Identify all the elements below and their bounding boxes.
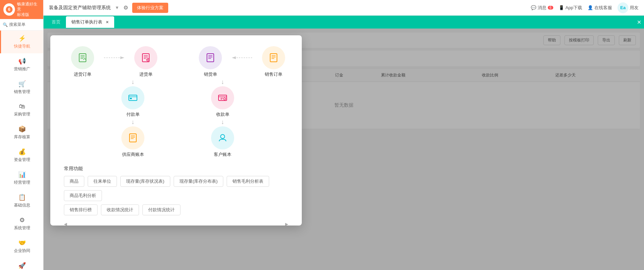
message-item[interactable]: 💬 消息 6 <box>531 5 553 11</box>
arrow-down-receipt: ↓ <box>221 119 224 125</box>
quick-nav-icon: ⚡ <box>18 35 26 42</box>
sale-bill-label: 销货单 <box>204 71 217 77</box>
experience-button[interactable]: 体验行业方案 <box>132 3 168 13</box>
flow-node-payment[interactable]: 付款单 <box>114 86 152 118</box>
sidebar-search[interactable]: 🔍 搜索菜单 <box>0 19 43 31</box>
purchase-icon: 🛍 <box>19 103 25 110</box>
main-content: 装备及固定资产辅助管理系统 ▼ ⚙ 体验行业方案 💬 消息 6 📱 App下载 … <box>43 0 644 270</box>
svg-marker-7 <box>120 56 124 59</box>
system-title: 装备及固定资产辅助管理系统 <box>49 5 111 11</box>
customer-ledger-icon <box>211 126 234 149</box>
modal-scrollbar-row: ◀ ▶ <box>64 219 288 226</box>
btn-counterpart[interactable]: 往来单位 <box>88 176 117 187</box>
svg-rect-2 <box>79 54 86 62</box>
supplier-ledger-label: 供应商账本 <box>122 151 144 158</box>
sidebar-item-purchase[interactable]: 🛍 采购管理 <box>0 99 43 121</box>
svg-rect-28 <box>129 134 136 142</box>
sidebar-item-basic-info[interactable]: 📋 基础信息 <box>0 190 43 212</box>
flow-diagram: 进货订单 <box>64 46 288 158</box>
common-functions-title: 常用功能 <box>64 166 288 172</box>
flow-node-sale-bill[interactable]: 销货单 <box>192 46 229 77</box>
flow-node-purchase-order[interactable]: 进货订单 <box>64 46 101 77</box>
btn-receipt-stats[interactable]: 收款情况统计 <box>101 204 139 215</box>
arrow-down-payment: ↓ <box>132 119 135 125</box>
tab-bar: 首页 销售订单执行表 ✕ ✕ <box>43 16 644 29</box>
tab-bar-close-icon[interactable]: ✕ <box>637 19 641 25</box>
svg-rect-8 <box>142 54 149 62</box>
sidebar-item-collab[interactable]: 🤝 企业协同 <box>0 235 43 258</box>
flow-node-sale-order[interactable]: 销售订单 <box>255 46 292 77</box>
arrow-down-sale: ↓ <box>221 79 224 85</box>
logo-area: 6 畅康通好生意 标准版 <box>0 0 43 19</box>
svg-rect-25 <box>129 95 137 101</box>
header-right: 💬 消息 6 📱 App下载 👤 在线客服 Ea 用友 <box>531 2 639 13</box>
flow-node-customer-ledger[interactable]: 客户账本 <box>204 126 241 158</box>
receipt-icon <box>211 86 234 109</box>
purchase-bill-label: 进货单 <box>139 71 153 77</box>
purchase-bill-icon <box>134 46 157 69</box>
btn-payment-stats[interactable]: 付款情况统计 <box>142 204 180 215</box>
customer-ledger-label: 客户账本 <box>214 151 231 158</box>
btn-sales-ranking[interactable]: 销售排行榜 <box>64 204 98 215</box>
modal-overlay: 进货订单 <box>43 29 644 270</box>
flow-node-purchase-bill[interactable]: 进货单 <box>127 46 164 77</box>
btn-stock-dist[interactable]: 现存量(库存分布表) <box>174 176 224 187</box>
marketing-icon: 📢 <box>18 57 26 65</box>
logo-icon: 6 <box>3 3 15 16</box>
payment-label: 付款单 <box>126 111 140 118</box>
svg-text:6: 6 <box>8 7 10 12</box>
svg-point-34 <box>224 98 226 100</box>
arrow-order-to-bill <box>232 55 252 60</box>
user-item[interactable]: Ea 用友 <box>617 2 639 13</box>
dropdown-arrow-icon[interactable]: ▼ <box>115 5 119 10</box>
flow-node-supplier-ledger[interactable]: 供应商账本 <box>114 126 152 158</box>
service-icon: 👤 <box>588 5 593 10</box>
message-icon: 💬 <box>531 5 536 10</box>
arrow-down-purchase: ↓ <box>132 79 135 85</box>
avatar: Ea <box>617 2 628 13</box>
arrow-purchase-to-bill <box>104 55 124 60</box>
basic-info-icon: 📋 <box>18 194 26 201</box>
sidebar-item-system[interactable]: ⚙ 系统管理 <box>0 212 43 235</box>
btn-product[interactable]: 商品 <box>64 176 84 187</box>
scroll-right-icon[interactable]: ▶ <box>285 222 288 226</box>
modal-dialog: 进货订单 <box>50 35 302 226</box>
operations-icon: 📊 <box>18 171 26 178</box>
newbie-icon: 🚀 <box>18 262 26 269</box>
sidebar-item-inventory[interactable]: 📦 库存核算 <box>0 121 43 144</box>
btn-sales-profit[interactable]: 销售毛利分析表 <box>227 176 269 187</box>
collab-icon: 🤝 <box>18 239 26 247</box>
purchase-order-icon <box>71 46 94 69</box>
tab-sales-order[interactable]: 销售订单执行表 ✕ <box>66 16 114 28</box>
sale-order-label: 销售订单 <box>265 71 282 77</box>
sidebar-item-sales[interactable]: 🛒 销售管理 <box>0 76 43 99</box>
sidebar-item-newbie[interactable]: 🚀 新手引导 <box>0 258 43 270</box>
app-download-item[interactable]: 📱 App下载 <box>559 5 582 11</box>
finance-icon: 💰 <box>18 148 26 156</box>
btn-stock-status[interactable]: 现存量(库存状况表) <box>120 176 170 187</box>
svg-rect-15 <box>207 54 214 62</box>
purchase-order-label: 进货订单 <box>74 71 91 77</box>
scroll-left-icon[interactable]: ◀ <box>64 222 67 226</box>
sale-bill-icon <box>199 46 222 69</box>
system-icon: ⚙ <box>19 216 25 224</box>
gear-icon[interactable]: ⚙ <box>123 4 128 11</box>
supplier-ledger-icon <box>121 126 144 149</box>
btn-product-profit[interactable]: 商品毛利分析 <box>64 190 102 201</box>
sidebar-item-finance[interactable]: 💰 资金管理 <box>0 144 43 167</box>
online-service-item[interactable]: 👤 在线客服 <box>588 5 612 11</box>
sidebar-item-marketing[interactable]: 📢 营销推广 <box>0 53 43 76</box>
sidebar-item-operations[interactable]: 📊 经营管理 <box>0 167 43 190</box>
flow-node-receipt[interactable]: 收款单 <box>204 86 241 118</box>
logo-text: 畅康通好生意 标准版 <box>17 2 40 18</box>
page-area: 帮助 按模板打印 导出 刷新 📅 单据状态 查询 设置 展开多条件 <box>43 29 644 270</box>
common-buttons-row2: 销售排行榜 收款情况统计 付款情况统计 <box>64 204 288 215</box>
sidebar-item-quick-nav[interactable]: ⚡ 快捷导航 <box>0 31 43 53</box>
tab-close-icon[interactable]: ✕ <box>106 20 109 24</box>
tab-home[interactable]: 首页 <box>46 16 66 28</box>
top-header: 装备及固定资产辅助管理系统 ▼ ⚙ 体验行业方案 💬 消息 6 📱 App下载 … <box>43 0 644 16</box>
svg-rect-21 <box>270 54 277 62</box>
svg-marker-20 <box>232 56 236 59</box>
payment-icon <box>121 86 144 109</box>
svg-point-37 <box>221 134 225 139</box>
